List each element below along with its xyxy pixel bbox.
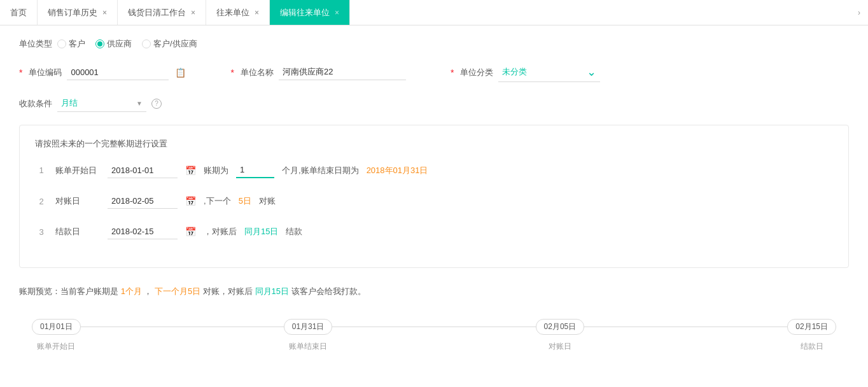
unit-name-label: 单位名称 <box>241 67 274 78</box>
tab-edit-partner-label: 编辑往来单位 <box>280 7 330 18</box>
timeline-node-1-label: 账单结束日 <box>289 341 327 352</box>
preview-part2: 下一个月5日 <box>155 286 200 296</box>
payment-terms-select[interactable]: 月结 ▼ <box>57 95 146 112</box>
preview-prefix: 账期预览：当前客户账期是 <box>19 286 118 296</box>
row-3-date-input[interactable] <box>108 224 178 239</box>
payment-terms-arrow: ▼ <box>136 100 143 107</box>
radio-both-circle <box>142 39 151 48</box>
timeline-node-1-date: 01月31日 <box>284 319 333 335</box>
row-1-field: 账单开始日 <box>55 165 100 176</box>
payment-terms-value: 月结 <box>61 97 134 109</box>
unit-type-row: 单位类型 客户 供应商 客户/供应商 <box>19 38 849 50</box>
radio-both[interactable]: 客户/供应商 <box>142 38 197 50</box>
tab-partners-label: 往来单位 <box>216 7 249 18</box>
tab-daily-clear[interactable]: 钱货日清工作台 × <box>118 0 206 25</box>
period-row-3: 3 结款日 📅 ，对账后 同月15日 结款 <box>35 224 833 239</box>
row-3-cal-icon[interactable]: 📅 <box>185 227 196 237</box>
tab-sales-history-close[interactable]: × <box>102 8 107 17</box>
row-3-field: 结款日 <box>55 226 100 237</box>
preview-part3: 同月15日 <box>255 286 289 296</box>
section-title: 请按照未来的一个完整帐期进行设置 <box>35 138 833 150</box>
tab-bar: 首页 销售订单历史 × 钱货日清工作台 × 往来单位 × 编辑往来单位 × › <box>0 0 868 25</box>
row-3-highlight: 同月15日 <box>244 226 278 237</box>
unit-code-icon[interactable]: 📋 <box>175 67 186 78</box>
radio-supplier-circle <box>95 39 104 48</box>
unit-info-row: * 单位编码 📋 * 单位名称 * 单位分类 未分类 ⌄ <box>19 62 849 82</box>
tab-more-arrow[interactable]: › <box>850 0 868 25</box>
preview-suffix: 该客户会给我打款。 <box>291 286 366 296</box>
payment-terms-group: 收款条件 月结 ▼ ? <box>19 95 162 112</box>
unit-category-chevron: ⌄ <box>587 65 596 79</box>
radio-customer[interactable]: 客户 <box>57 38 85 50</box>
period-section: 请按照未来的一个完整帐期进行设置 1 账单开始日 📅 账期为 个月,账单结束日期… <box>19 125 849 268</box>
radio-supplier[interactable]: 供应商 <box>95 38 132 50</box>
unit-name-star: * <box>230 67 234 78</box>
timeline-nodes: 01月01日 账单开始日 01月31日 账单结束日 02月05日 对账日 02月… <box>32 319 836 352</box>
radio-group: 客户 供应商 客户/供应商 <box>57 38 197 50</box>
main-content: 单位类型 客户 供应商 客户/供应商 <box>0 25 868 387</box>
radio-customer-label: 客户 <box>69 38 85 50</box>
row-2-cal-icon[interactable]: 📅 <box>185 196 196 206</box>
unit-category-star: * <box>451 67 454 78</box>
unit-name-group: * 单位名称 <box>230 65 405 80</box>
row-3-num: 3 <box>35 227 48 237</box>
unit-category-label: 单位分类 <box>460 67 493 78</box>
unit-name-input[interactable] <box>279 65 406 80</box>
unit-code-star: * <box>19 67 22 78</box>
tab-home-label: 首页 <box>10 7 27 18</box>
tab-edit-partner[interactable]: 编辑往来单位 × <box>270 0 350 25</box>
unit-code-input[interactable] <box>67 65 169 80</box>
row-2-field: 对账日 <box>55 195 100 207</box>
tab-edit-partner-close[interactable]: × <box>335 8 339 17</box>
tab-partners[interactable]: 往来单位 × <box>206 0 270 25</box>
tab-sales-history-label: 销售订单历史 <box>48 7 97 18</box>
row-3-prefix: ，对账后 <box>204 226 237 237</box>
row-1-cal-icon[interactable]: 📅 <box>185 165 196 176</box>
row-2-prefix: ,下一个 <box>204 195 231 207</box>
row-2-date-input[interactable] <box>108 194 178 209</box>
timeline-node-2: 02月05日 对账日 <box>536 319 585 352</box>
timeline-node-1: 01月31日 账单结束日 <box>284 319 333 352</box>
timeline-node-0-date: 01月01日 <box>32 319 81 335</box>
timeline: 01月01日 账单开始日 01月31日 账单结束日 02月05日 对账日 02月… <box>19 313 849 358</box>
row-1-num: 1 <box>35 165 48 175</box>
payment-terms-row: 收款条件 月结 ▼ ? <box>19 95 849 112</box>
period-row-2: 2 对账日 📅 ,下一个 5日 对账 <box>35 194 833 209</box>
tab-partners-close[interactable]: × <box>255 8 259 17</box>
tab-daily-clear-close[interactable]: × <box>191 8 195 17</box>
unit-code-group: * 单位编码 📋 <box>19 65 186 80</box>
radio-customer-circle <box>57 39 66 48</box>
tab-home[interactable]: 首页 <box>0 0 38 25</box>
row-1-prefix: 账期为 <box>204 165 228 176</box>
timeline-node-2-label: 对账日 <box>549 341 571 352</box>
preview-mid2: 对账，对账后 <box>203 286 253 296</box>
radio-both-label: 客户/供应商 <box>153 38 197 50</box>
timeline-node-3: 02月15日 结款日 <box>787 319 836 352</box>
row-3-suffix: 结款 <box>286 226 302 237</box>
timeline-node-3-label: 结款日 <box>801 341 823 352</box>
row-1-end-date: 2018年01月31日 <box>367 165 428 176</box>
preview-mid1: ， <box>144 286 152 296</box>
help-icon[interactable]: ? <box>151 99 162 109</box>
preview-text: 账期预览：当前客户账期是 1个月 ， 下一个月5日 对账，对账后 同月15日 该… <box>19 281 849 297</box>
timeline-node-2-date: 02月05日 <box>536 319 585 335</box>
unit-category-group: * 单位分类 未分类 ⌄ <box>451 62 600 82</box>
unit-code-label: 单位编码 <box>29 67 62 78</box>
row-1-date-input[interactable] <box>108 163 178 178</box>
timeline-node-3-date: 02月15日 <box>787 319 836 335</box>
unit-type-label: 单位类型 <box>19 38 52 50</box>
row-2-highlight: 5日 <box>239 195 251 207</box>
radio-supplier-inner <box>97 41 102 46</box>
row-1-suffix: 个月,账单结束日期为 <box>282 165 359 176</box>
radio-supplier-label: 供应商 <box>107 38 132 50</box>
period-value-input[interactable] <box>236 162 274 178</box>
row-2-num: 2 <box>35 197 48 206</box>
unit-category-value: 未分类 <box>502 66 584 78</box>
timeline-node-0: 01月01日 账单开始日 <box>32 319 81 352</box>
preview-part1: 1个月 <box>121 286 142 296</box>
tab-sales-history[interactable]: 销售订单历史 × <box>38 0 118 25</box>
timeline-node-0-label: 账单开始日 <box>37 341 75 352</box>
row-2-suffix: 对账 <box>259 195 276 207</box>
unit-category-select[interactable]: 未分类 ⌄ <box>498 62 600 82</box>
unit-type-group: 单位类型 客户 供应商 客户/供应商 <box>19 38 197 50</box>
